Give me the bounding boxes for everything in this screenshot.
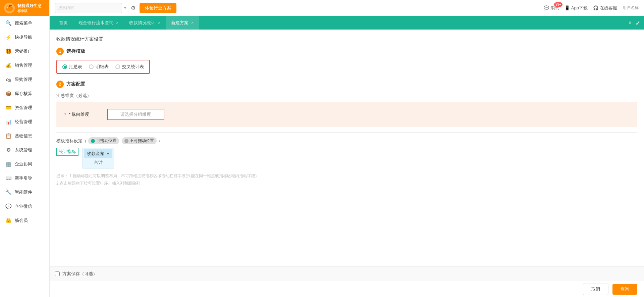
- sales-icon: 💰: [5, 62, 11, 68]
- dimension-row: * * 纵向维度 —— 请选择分组维度: [64, 109, 629, 120]
- member-icon: 👑: [5, 217, 11, 224]
- sidebar-item-hardware[interactable]: 🔧 智能硬件: [0, 185, 49, 199]
- gear-icon[interactable]: ⚙: [131, 5, 136, 11]
- hint-text-2: 2.点击标题栏下拉可设置排序、插入列和删除列: [56, 180, 140, 187]
- sidebar-logo: 🍊 畅捷通好生意 标准版: [0, 0, 49, 16]
- toggle-draggable-label: 可拖动位置: [96, 138, 116, 144]
- tabbar: 首页 现金银行流水查询 × 收款情况统计 × 新建方案 × × ⤢: [50, 16, 644, 30]
- toggle-not-draggable-dot: [124, 139, 128, 143]
- toggle-not-draggable-label: 不可拖动位置: [130, 138, 154, 144]
- sidebar-item-label: 智能硬件: [15, 189, 44, 195]
- sidebar-item-label: 企业协同: [15, 161, 44, 167]
- metrics-tag-body: 合计: [91, 158, 105, 167]
- sidebar-item-label: 搜索菜单: [15, 20, 44, 26]
- sidebar-item-system[interactable]: ⚙ 系统管理: [0, 143, 49, 157]
- tab-new-plan[interactable]: 新建方案 ×: [166, 16, 199, 30]
- search-icon: 🔍: [5, 20, 11, 26]
- cancel-button[interactable]: 取消: [583, 284, 608, 295]
- sidebar-item-operations[interactable]: 📊 经营管理: [0, 115, 49, 129]
- metrics-tag-receipts: 收款金额 ▼ 合计: [83, 148, 114, 168]
- hint-area: 提示： 1.拖动标题栏可以调整布局，不可跨维度或指标区域拖动栏目字段(只能在同一…: [56, 172, 637, 187]
- online-service-button[interactable]: 🎧 在线客服: [593, 5, 617, 11]
- sidebar-item-marketing[interactable]: 🎁 营销推广: [0, 44, 49, 58]
- radio-cross[interactable]: 交叉统计表: [115, 64, 144, 70]
- tab-cashflow[interactable]: 现金银行流水查询 ×: [73, 16, 124, 30]
- metrics-tag-header[interactable]: 收款金额 ▼: [84, 149, 112, 158]
- template-radio-group: 汇总表 明细表 交叉统计表: [56, 60, 150, 74]
- sidebar-item-label: 采购管理: [15, 77, 44, 83]
- tab-cashflow-close-icon[interactable]: ×: [116, 20, 118, 25]
- tabbar-actions: × ⤢: [629, 20, 640, 26]
- radio-summary-label: 汇总表: [69, 64, 82, 70]
- sidebar-item-label: 经营管理: [15, 119, 44, 125]
- radio-detail-dot: [89, 64, 94, 69]
- sidebar-item-label: 资金管理: [15, 105, 44, 111]
- message-button[interactable]: 💬 消息 99+: [544, 5, 559, 11]
- dimension-subtitle: 汇总维度（必选）: [56, 93, 637, 99]
- sidebar-item-corp[interactable]: 🏢 企业协同: [0, 157, 49, 171]
- tab-home[interactable]: 首页: [54, 16, 73, 30]
- sidebar-item-search[interactable]: 🔍 搜索菜单: [0, 16, 49, 30]
- search-box[interactable]: 搜索内容: [55, 3, 122, 13]
- close-window-icon[interactable]: ×: [629, 20, 632, 26]
- metrics-category-label: 统计指标: [56, 148, 78, 156]
- dropdown-arrow-icon[interactable]: ▼: [123, 6, 127, 10]
- operations-icon: 📊: [5, 119, 11, 125]
- save-label: 方案保存（可选）: [62, 271, 97, 277]
- content-inner: 收款情况统计方案设置 1 选择模板 汇总表 明细表: [50, 30, 644, 266]
- section-config: 2 方案配置 汇总维度（必选） * * 纵向维度 —— 请选择分组维度: [56, 81, 637, 187]
- metrics-header: 模板指标设定（ 可拖动位置 不可拖动位置: [56, 137, 637, 144]
- sidebar-item-finance[interactable]: 💳 资金管理: [0, 101, 49, 115]
- save-checkbox[interactable]: [55, 271, 60, 276]
- sidebar-item-member[interactable]: 👑 畅会员: [0, 213, 49, 228]
- quick-nav-icon: ⚡: [5, 34, 11, 40]
- toggle-not-draggable[interactable]: 不可拖动位置: [122, 137, 157, 144]
- section-template: 1 选择模板 汇总表 明细表: [56, 48, 637, 74]
- sidebar-item-label: 畅会员: [15, 217, 44, 224]
- content-area: 收款情况统计方案设置 1 选择模板 汇总表 明细表: [50, 30, 644, 266]
- tab-new-plan-close-icon[interactable]: ×: [191, 20, 194, 25]
- sidebar-item-inventory[interactable]: 📦 库存核算: [0, 87, 49, 101]
- tab-receipts[interactable]: 收款情况统计 ×: [124, 16, 166, 30]
- username: 用户名称: [623, 5, 639, 11]
- guide-icon: 📖: [5, 175, 11, 181]
- app-icon: 📱: [565, 5, 570, 10]
- metrics-tag-header-label: 收款金额: [87, 151, 104, 157]
- radio-cross-label: 交叉统计表: [122, 64, 144, 70]
- trial-button[interactable]: 体验行业方案: [140, 3, 176, 13]
- sidebar-item-guide[interactable]: 📖 新手引导: [0, 171, 49, 185]
- expand-window-icon[interactable]: ⤢: [636, 20, 640, 26]
- tab-receipts-label: 收款情况统计: [129, 20, 155, 26]
- sidebar-item-purchase[interactable]: 🛍 采购管理: [0, 72, 49, 87]
- radio-summary[interactable]: 汇总表: [62, 64, 82, 70]
- metrics-title-text: 模板指标设定（: [56, 138, 87, 144]
- service-icon: 🎧: [593, 5, 598, 10]
- sidebar-item-wechat[interactable]: 💬 企业微信: [0, 199, 49, 213]
- app-download-label: App下载: [571, 5, 588, 11]
- query-button[interactable]: 查询: [612, 284, 637, 295]
- section2-header: 2 方案配置: [56, 81, 637, 88]
- marketing-icon: 🎁: [5, 48, 11, 54]
- sidebar-item-label: 销售管理: [15, 62, 44, 68]
- sidebar-item-label: 企业微信: [15, 203, 44, 209]
- radio-summary-dot: [62, 64, 67, 69]
- sidebar-item-label: 新手引导: [15, 175, 44, 181]
- radio-cross-dot: [115, 64, 120, 69]
- dimension-select-dropdown[interactable]: 请选择分组维度: [107, 109, 164, 120]
- sidebar-item-quick-nav[interactable]: ⚡ 快捷导航: [0, 30, 49, 44]
- system-icon: ⚙: [5, 147, 11, 153]
- section1-num: 1: [56, 48, 64, 55]
- dimension-select-placeholder: 请选择分组维度: [120, 111, 151, 117]
- sidebar-item-basic[interactable]: 📋 基础信息: [0, 129, 49, 143]
- sidebar-item-sales[interactable]: 💰 销售管理: [0, 58, 49, 72]
- radio-detail[interactable]: 明细表: [89, 64, 109, 70]
- toggle-group: 可拖动位置 不可拖动位置: [88, 137, 157, 144]
- save-section: 方案保存（可选）: [50, 266, 644, 281]
- tab-receipts-close-icon[interactable]: ×: [158, 20, 160, 25]
- section2-title: 方案配置: [66, 81, 85, 87]
- message-icon: 💬: [544, 5, 549, 10]
- app-download-button[interactable]: 📱 App下载: [565, 5, 588, 11]
- brand-name: 畅捷通好生意: [17, 3, 42, 9]
- toggle-draggable[interactable]: 可拖动位置: [88, 137, 119, 144]
- message-badge: 99+: [554, 2, 562, 7]
